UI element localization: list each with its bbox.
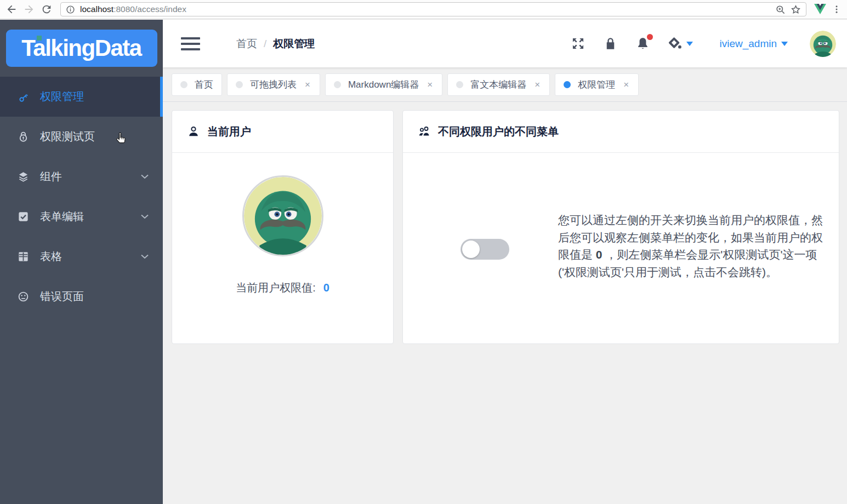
browser-toolbar: localhost:8080/access/index [0, 0, 847, 19]
permission-description: 您可以通过左侧的开关来切换当前用户的权限值，然后您可以观察左侧菜单栏的变化，如果… [558, 211, 830, 280]
sidebar-item-tables[interactable]: 表格 [0, 237, 163, 277]
caret-down-icon [781, 42, 788, 46]
browser-refresh-icon[interactable] [41, 3, 53, 15]
tab-label: Markdown编辑器 [348, 78, 419, 91]
lock-screen-icon[interactable] [603, 36, 618, 51]
browser-forward-icon[interactable] [23, 3, 35, 15]
tab-access-admin[interactable]: 权限管理 × [555, 73, 639, 96]
tab-label: 富文本编辑器 [470, 78, 526, 91]
sidebar-item-label: 权限管理 [40, 89, 84, 104]
sidebar-item-components[interactable]: 组件 [0, 157, 163, 197]
person-icon [187, 125, 200, 138]
tab-close-icon[interactable]: × [622, 79, 630, 90]
permission-value-line: 当前用户权限值:0 [172, 280, 393, 295]
fullscreen-icon[interactable] [571, 36, 585, 51]
zoom-page-icon[interactable] [775, 4, 786, 15]
collapse-menu-icon[interactable] [181, 37, 200, 50]
breadcrumb-separator: / [264, 38, 266, 50]
table-icon [17, 250, 30, 263]
sidebar-menu: 权限管理 权限测试页 组件 表单编辑 表格 [0, 77, 163, 317]
app-frame: TalkingData 权限管理 权限测试页 组件 表单编辑 [0, 20, 847, 504]
checkbox-icon [17, 210, 30, 223]
chevron-down-icon [141, 214, 149, 219]
sidebar: TalkingData 权限管理 权限测试页 组件 表单编辑 [0, 20, 163, 504]
open-tabs-bar: 首页 可拖拽列表 × Markdown编辑器 × 富文本编辑器 × 权限管理 × [163, 67, 847, 102]
lock-badge-icon [17, 130, 30, 143]
breadcrumb: 首页 / 权限管理 [236, 37, 315, 51]
permission-label: 当前用户权限值: [236, 282, 316, 294]
tab-dot-icon [180, 81, 187, 88]
user-menu[interactable]: iview_admin [719, 38, 788, 50]
logo-tick-mark [37, 36, 42, 41]
monster-avatar-image [244, 177, 322, 255]
talkingdata-logo[interactable]: TalkingData [6, 30, 157, 67]
monster-avatar-image [810, 31, 836, 57]
current-user-card: 当前用户 [172, 110, 394, 344]
tab-home[interactable]: 首页 [172, 73, 222, 96]
tab-close-icon[interactable]: × [533, 79, 541, 90]
tab-richtext-editor[interactable]: 富文本编辑器 × [447, 73, 550, 96]
header-actions: iview_admin [571, 31, 836, 57]
sidebar-item-label: 表格 [40, 249, 62, 264]
tab-dot-icon [564, 81, 571, 88]
tab-dot-icon [236, 81, 243, 88]
sidebar-item-form-edit[interactable]: 表单编辑 [0, 197, 163, 237]
permission-value: 0 [323, 282, 329, 294]
people-icon [418, 125, 431, 138]
menu-permission-card-header: 不同权限用户的不同菜单 [403, 111, 839, 153]
browser-menu-icon[interactable] [832, 4, 842, 14]
tab-label: 权限管理 [578, 78, 615, 91]
sidebar-item-error-pages[interactable]: 错误页面 [0, 277, 163, 317]
permission-toggle[interactable] [461, 239, 509, 260]
breadcrumb-current: 权限管理 [273, 37, 315, 51]
sidebar-item-label: 权限测试页 [40, 129, 95, 144]
page-content: 当前用户 [163, 102, 847, 344]
sidebar-item-access-test[interactable]: 权限测试页 [0, 117, 163, 157]
current-user-card-body: 当前用户权限值:0 [172, 175, 393, 295]
bookmark-star-icon[interactable] [791, 4, 801, 15]
chevron-down-icon [141, 174, 149, 179]
url-text: localhost:8080/access/index [80, 4, 186, 14]
tab-label: 可拖拽列表 [250, 78, 297, 91]
sidebar-item-access-admin[interactable]: 权限管理 [0, 77, 163, 117]
current-user-avatar [242, 175, 323, 256]
vue-devtools-icon[interactable] [814, 4, 826, 15]
layers-icon [17, 170, 30, 183]
sad-face-icon [17, 290, 30, 303]
toggle-knob [462, 240, 480, 258]
main-area: 首页 / 权限管理 iview_admin [163, 20, 847, 504]
key-icon [17, 90, 30, 103]
app-header: 首页 / 权限管理 iview_admin [163, 20, 847, 67]
description-bold-value: 0 [596, 248, 602, 261]
address-bar[interactable]: localhost:8080/access/index [60, 2, 806, 16]
caret-down-icon [686, 42, 693, 46]
notification-badge [647, 34, 653, 40]
menu-permission-card-body: 您可以通过左侧的开关来切换当前用户的权限值，然后您可以观察左侧菜单栏的变化，如果… [403, 153, 839, 344]
sidebar-item-label: 表单编辑 [40, 209, 84, 224]
user-avatar[interactable] [810, 31, 836, 57]
page-info-icon[interactable] [66, 5, 75, 14]
breadcrumb-home[interactable]: 首页 [236, 37, 257, 51]
tab-label: 首页 [195, 78, 213, 91]
chevron-down-icon [141, 254, 149, 259]
menu-permission-card: 不同权限用户的不同菜单 您可以通过左侧的开关来切换当前用户的权限值，然后您可以观… [402, 110, 839, 344]
browser-back-icon[interactable] [5, 3, 18, 15]
logo-band: TalkingData [0, 20, 163, 77]
notifications-button[interactable] [635, 36, 650, 51]
sidebar-item-label: 错误页面 [40, 289, 84, 304]
paint-bucket-icon [668, 36, 683, 51]
current-user-card-header: 当前用户 [172, 111, 393, 153]
theme-picker[interactable] [668, 36, 693, 51]
tab-close-icon[interactable]: × [304, 79, 311, 90]
sidebar-item-label: 组件 [40, 169, 62, 184]
card-title: 当前用户 [207, 124, 251, 139]
tab-markdown-editor[interactable]: Markdown编辑器 × [325, 73, 442, 96]
card-title: 不同权限用户的不同菜单 [438, 124, 559, 139]
tab-dot-icon [456, 81, 463, 88]
username: iview_admin [719, 38, 777, 50]
tab-dot-icon [334, 81, 341, 88]
tab-draggable-list[interactable]: 可拖拽列表 × [227, 73, 320, 96]
tab-close-icon[interactable]: × [426, 79, 434, 90]
